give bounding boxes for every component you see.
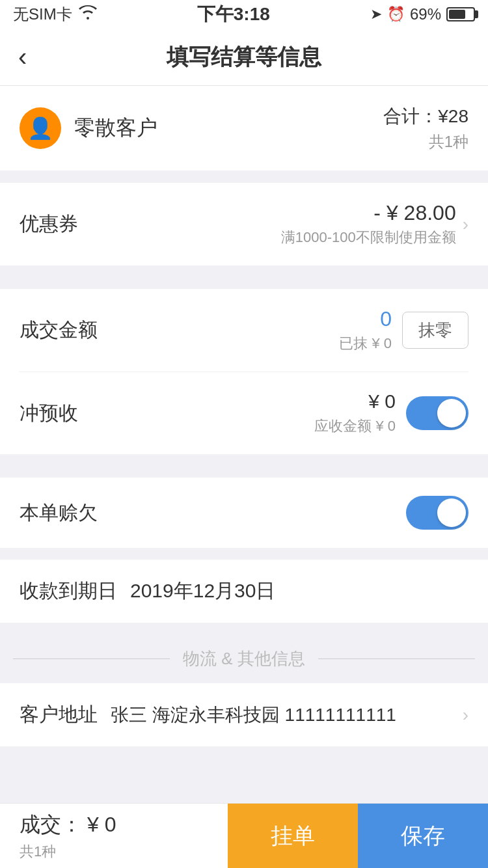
round-off-button[interactable]: 抹零 (402, 312, 468, 349)
nav-bar: ‹ 填写结算等信息 (0, 29, 488, 86)
customer-left: 👤 零散客户 (20, 107, 157, 149)
avatar-icon: 👤 (27, 116, 53, 141)
back-button[interactable]: ‹ (18, 42, 27, 72)
round-off-text: 已抹 ¥ 0 (339, 334, 392, 353)
wifi-icon (79, 5, 97, 23)
address-value: 张三 海淀永丰科技园 11111111111 (111, 703, 463, 727)
divider-line-right (318, 658, 475, 659)
coupon-section[interactable]: 优惠券 - ¥ 28.00 满1000-100不限制使用金额 › (0, 182, 488, 265)
bottom-info: 成交： ¥ 0 共1种 (0, 804, 228, 868)
divider-section: 物流 & 其他信息 (0, 634, 488, 683)
battery-fill (449, 10, 465, 19)
toggle-knob (437, 399, 466, 427)
due-date-row: 收款到期日 2019年12月30日 (0, 560, 488, 623)
status-bar-left: 无SIM卡 (13, 4, 97, 25)
status-time: 下午3:18 (197, 2, 270, 27)
bottom-amount-row: 成交： ¥ 0 (20, 811, 208, 839)
save-button[interactable]: 保存 (358, 804, 488, 868)
credit-row: 本单赊欠 (20, 478, 468, 548)
separator-2 (0, 466, 488, 478)
page-title: 填写结算等信息 (167, 42, 321, 72)
transaction-label: 成交： (20, 811, 82, 839)
separator-1 (0, 277, 488, 289)
address-chevron-icon: › (463, 705, 468, 726)
coupon-details: - ¥ 28.00 满1000-100不限制使用金额 (281, 201, 456, 247)
battery-percent: 69% (410, 5, 441, 23)
divider-text: 物流 & 其他信息 (183, 647, 305, 670)
customer-name: 零散客户 (74, 114, 157, 142)
due-date-label: 收款到期日 (20, 578, 117, 604)
customer-section: 👤 零散客户 合计：¥28 共1种 (0, 86, 488, 170)
coupon-label: 优惠券 (20, 211, 78, 237)
pre-receipt-toggle[interactable] (406, 396, 468, 430)
pre-receipt-label: 冲预收 (20, 400, 78, 427)
divider-line-left (13, 658, 170, 659)
status-bar-right: ➤ ⏰ 69% (370, 5, 475, 23)
pre-receipt-value: ¥ 0 (368, 390, 396, 413)
credit-label: 本单赊欠 (20, 500, 98, 526)
battery-icon (446, 7, 475, 21)
address-label: 客户地址 (20, 701, 98, 728)
customer-summary: 合计：¥28 共1种 (383, 104, 468, 152)
transaction-section: 成交金额 已抹 ¥ 0 抹零 冲预收 ¥ 0 应收金额 ¥ 0 (0, 289, 488, 454)
bottom-count: 共1种 (20, 842, 208, 861)
pre-receipt-col: ¥ 0 应收金额 ¥ 0 (314, 390, 396, 436)
transaction-amount-right: 已抹 ¥ 0 抹零 (339, 307, 468, 353)
coupon-right: - ¥ 28.00 满1000-100不限制使用金额 › (281, 201, 468, 247)
bottom-bar: 成交： ¥ 0 共1种 挂单 保存 (0, 803, 488, 868)
location-icon: ➤ (370, 6, 382, 23)
pre-receipt-right: ¥ 0 应收金额 ¥ 0 (314, 390, 468, 436)
total-label: 合计：¥28 (383, 104, 468, 129)
transaction-amount-label: 成交金额 (20, 317, 98, 344)
pre-receipt-row: 冲预收 ¥ 0 应收金额 ¥ 0 (20, 372, 468, 454)
transaction-amount-value[interactable] (339, 307, 392, 331)
avatar: 👤 (20, 107, 61, 149)
coupon-desc: 满1000-100不限制使用金额 (281, 228, 456, 247)
chevron-right-icon: › (463, 214, 468, 235)
separator-3 (0, 623, 488, 634)
receivable-text: 应收金额 ¥ 0 (314, 416, 396, 436)
customer-row: 👤 零散客户 合计：¥28 共1种 (0, 86, 488, 170)
credit-toggle-knob (437, 498, 466, 527)
alarm-icon: ⏰ (387, 6, 405, 23)
due-date-value: 2019年12月30日 (130, 578, 275, 604)
transaction-amount-row: 成交金额 已抹 ¥ 0 抹零 (20, 289, 468, 372)
credit-toggle[interactable] (406, 496, 468, 530)
address-row[interactable]: 客户地址 张三 海淀永丰科技园 11111111111 › (0, 683, 488, 746)
hold-button[interactable]: 挂单 (228, 804, 358, 868)
bottom-amount: ¥ 0 (87, 813, 116, 837)
credit-section: 本单赊欠 (0, 478, 488, 548)
amount-input[interactable] (353, 307, 392, 331)
coupon-amount: - ¥ 28.00 (281, 201, 456, 225)
transaction-amount-col: 已抹 ¥ 0 (339, 307, 392, 353)
status-bar: 无SIM卡 下午3:18 ➤ ⏰ 69% (0, 0, 488, 29)
credit-right (406, 496, 468, 530)
coupon-row[interactable]: 优惠券 - ¥ 28.00 满1000-100不限制使用金额 › (0, 182, 488, 265)
total-count: 共1种 (383, 131, 468, 152)
carrier-text: 无SIM卡 (13, 4, 72, 25)
